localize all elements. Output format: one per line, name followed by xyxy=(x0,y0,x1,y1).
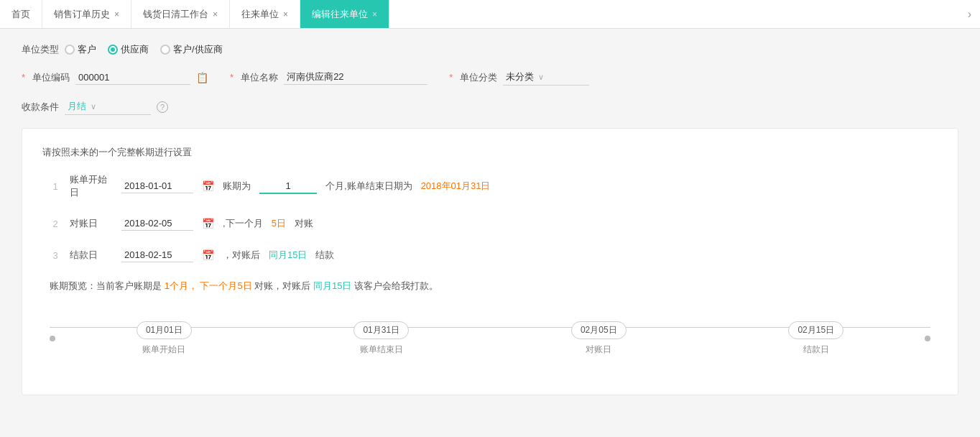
radio-customer-label: 客户 xyxy=(78,43,96,56)
radio-supplier-circle xyxy=(108,45,118,55)
node-2-pill: 01月31日 xyxy=(353,321,409,339)
radio-customer[interactable]: 客户 xyxy=(65,43,96,56)
tab-cashflow-label: 钱货日清工作台 xyxy=(143,8,208,21)
unit-info-row: * 单位编码 📋 * 单位名称 * 单位分类 未分类 ∨ xyxy=(22,69,958,86)
radio-supplier-label: 供应商 xyxy=(121,43,149,56)
unit-type-label: 单位类型 xyxy=(22,43,59,56)
unit-code-label: 单位编码 xyxy=(32,71,70,84)
radio-customer-circle xyxy=(65,45,75,55)
setting-row-3: 3 结款日 📅 ，对账后 同月15日 结款 xyxy=(42,248,938,262)
row-2-suffix: 对账 xyxy=(295,217,313,230)
tab-contacts-label: 往来单位 xyxy=(241,8,279,21)
row-2-cal-icon[interactable]: 📅 xyxy=(202,218,214,229)
node-1-pill: 01月01日 xyxy=(137,321,192,339)
tab-sales-order-close[interactable]: × xyxy=(114,9,119,19)
unit-name-field: * 单位名称 xyxy=(230,70,427,85)
row-3-num: 3 xyxy=(50,250,61,261)
card-title: 请按照未来的一个完整帐期进行设置 xyxy=(42,146,938,159)
radio-both[interactable]: 客户/供应商 xyxy=(160,43,223,56)
payment-condition-select[interactable]: 月结 ∨ xyxy=(65,98,151,115)
unit-category-label: 单位分类 xyxy=(460,71,497,84)
tab-cashflow-close[interactable]: × xyxy=(213,9,218,19)
row-1-end-date: 2018年01月31日 xyxy=(421,180,491,193)
page-content: 单位类型 客户 供应商 客户/供应商 * 单位编码 xyxy=(0,29,980,437)
timeline-start-dot xyxy=(50,336,55,341)
row-1-label: 账单开始日 xyxy=(70,173,113,199)
unit-code-field: * 单位编码 📋 xyxy=(22,70,208,85)
timeline-node-2: 01月31日 账单结束日 xyxy=(353,321,409,356)
tab-sales-order[interactable]: 销售订单历史 × xyxy=(42,0,131,28)
unit-code-input[interactable] xyxy=(75,70,190,85)
radio-both-circle xyxy=(160,45,170,55)
radio-both-label: 客户/供应商 xyxy=(173,43,223,56)
unit-code-icon[interactable]: 📋 xyxy=(196,72,208,83)
node-3-pill: 02月05日 xyxy=(571,321,627,339)
node-3-label: 对账日 xyxy=(586,344,611,356)
preview-reconcile-date: 下一个月5日 xyxy=(200,280,251,291)
unit-category-star: * xyxy=(449,72,453,83)
preview-text: 账期预览：当前客户账期是 1个月， 下一个月5日 对账，对账后 同月15日 该客… xyxy=(42,280,938,293)
payment-condition-row: 收款条件 月结 ∨ ? xyxy=(22,98,958,115)
tab-contacts-close[interactable]: × xyxy=(283,9,288,19)
preview-payment-date: 同月15日 xyxy=(313,280,351,291)
row-1-period-input[interactable] xyxy=(259,179,317,194)
row-3-highlight: 同月15日 xyxy=(269,249,307,262)
preview-label: 账期预览：当前客户账期是 xyxy=(50,280,162,291)
row-2-date-input[interactable] xyxy=(121,216,193,231)
row-2-highlight: 5日 xyxy=(272,217,286,230)
tab-contacts[interactable]: 往来单位 × xyxy=(230,0,300,28)
node-1-label: 账单开始日 xyxy=(142,344,185,356)
payment-condition-value: 月结 xyxy=(68,100,86,113)
row-3-cal-icon[interactable]: 📅 xyxy=(202,249,214,261)
unit-category-arrow: ∨ xyxy=(538,73,544,82)
row-3-date-input[interactable] xyxy=(121,248,193,262)
unit-category-field: * 单位分类 未分类 ∨ xyxy=(449,69,589,86)
tab-home[interactable]: 首页 xyxy=(0,0,42,28)
tab-edit-contact-label: 编辑往来单位 xyxy=(312,8,368,21)
tab-home-label: 首页 xyxy=(11,8,30,21)
preview-period: 1个月， xyxy=(165,280,198,291)
tab-cashflow[interactable]: 钱货日清工作台 × xyxy=(131,0,230,28)
row-2-label: 对账日 xyxy=(70,217,113,230)
row-3-suffix: 结款 xyxy=(315,249,334,262)
node-4-label: 结款日 xyxy=(803,344,829,356)
unit-name-input[interactable] xyxy=(284,70,427,85)
payment-condition-arrow: ∨ xyxy=(91,102,96,111)
timeline-node-3: 02月05日 对账日 xyxy=(571,321,627,356)
node-4-pill: 02月15日 xyxy=(788,321,843,339)
timeline-node-1: 01月01日 账单开始日 xyxy=(137,321,192,356)
node-2-label: 账单结束日 xyxy=(360,344,403,356)
unit-type-field: 单位类型 客户 供应商 客户/供应商 xyxy=(22,43,223,56)
radio-supplier[interactable]: 供应商 xyxy=(108,43,149,56)
row-1-date-input[interactable] xyxy=(121,179,193,193)
tab-sales-order-label: 销售订单历史 xyxy=(54,8,110,21)
payment-condition-label: 收款条件 xyxy=(22,101,59,114)
tab-edit-contact-close[interactable]: × xyxy=(372,9,377,19)
timeline-nodes: 01月01日 账单开始日 01月31日 账单结束日 02月05日 对账日 xyxy=(50,321,930,356)
preview-reconcile-text: 对账，对账后 xyxy=(254,280,310,291)
tabs-bar: 首页 销售订单历史 × 钱货日清工作台 × 往来单位 × 编辑往来单位 × › xyxy=(0,0,980,29)
tab-edit-contact[interactable]: 编辑往来单位 × xyxy=(300,0,389,28)
payment-help-icon[interactable]: ? xyxy=(157,101,168,113)
timeline-wrapper: 01月01日 账单开始日 01月31日 账单结束日 02月05日 对账日 xyxy=(42,307,938,377)
unit-name-star: * xyxy=(230,72,234,83)
timeline-container: 01月01日 账单开始日 01月31日 账单结束日 02月05日 对账日 xyxy=(50,307,930,377)
settings-card: 请按照未来的一个完整帐期进行设置 1 账单开始日 📅 账期为 个月,账单结束日期… xyxy=(22,128,958,395)
row-1-cal-icon[interactable]: 📅 xyxy=(202,180,214,192)
preview-ending: 该客户会给我打款。 xyxy=(354,280,438,291)
row-1-period-label: 账期为 xyxy=(223,180,251,193)
setting-row-2: 2 对账日 📅 ,下一个月 5日 对账 xyxy=(42,216,938,231)
tab-more-button[interactable]: › xyxy=(959,8,980,21)
timeline-end-dot xyxy=(925,336,930,341)
unit-type-row: 单位类型 客户 供应商 客户/供应商 xyxy=(22,43,958,56)
row-2-prefix: ,下一个月 xyxy=(223,217,263,230)
row-2-num: 2 xyxy=(50,218,61,229)
unit-name-label: 单位名称 xyxy=(241,71,278,84)
unit-category-value: 未分类 xyxy=(506,70,534,83)
row-1-period-unit: 个月,账单结束日期为 xyxy=(325,180,412,193)
unit-type-radio-group: 客户 供应商 客户/供应商 xyxy=(65,43,223,56)
timeline-node-4: 02月15日 结款日 xyxy=(788,321,843,356)
unit-code-star: * xyxy=(22,72,25,83)
row-3-prefix: ，对账后 xyxy=(223,249,260,262)
unit-category-select[interactable]: 未分类 ∨ xyxy=(503,69,589,86)
